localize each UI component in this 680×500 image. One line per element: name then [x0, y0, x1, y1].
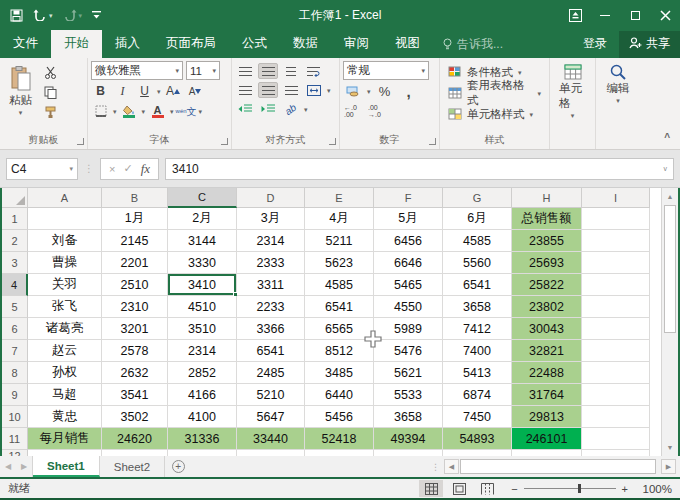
tell-me-box[interactable]: 告诉我... [433, 36, 513, 58]
merge-dropdown-icon[interactable]: ▾ [327, 87, 331, 94]
cell-G2[interactable]: 4585 [443, 230, 512, 252]
align-left-button[interactable] [235, 82, 255, 98]
sheet-tab-Sheet2[interactable]: Sheet2 [100, 456, 165, 477]
cell-H5[interactable]: 23802 [512, 296, 582, 318]
center-button[interactable] [258, 82, 278, 98]
font-color-dropdown-icon[interactable]: ▾ [170, 108, 174, 115]
ribbon-tab-开始[interactable]: 开始 [51, 30, 102, 58]
column-header-A[interactable]: A [28, 188, 102, 208]
accounting-dropdown-icon[interactable]: ▾ [367, 88, 371, 95]
vertical-scroll-thumb[interactable] [664, 205, 676, 333]
format-painter-button[interactable] [40, 103, 60, 121]
cell-A12[interactable] [28, 450, 102, 456]
cell-G1[interactable]: 6月 [443, 208, 512, 230]
cell-C10[interactable]: 4100 [168, 406, 237, 428]
cell-C6[interactable]: 3510 [168, 318, 237, 340]
new-sheet-button[interactable]: + [165, 456, 191, 477]
vertical-scrollbar[interactable]: ▲ ▼ [661, 188, 678, 456]
increase-decimal-button[interactable]: ←.0 .00 [343, 102, 363, 120]
comma-style-button[interactable]: , [399, 82, 419, 100]
font-size-combo[interactable]: 11▾ [186, 61, 220, 80]
cell-I5[interactable] [582, 296, 650, 318]
font-name-combo[interactable]: 微软雅黑▾ [91, 61, 183, 80]
cell-E2[interactable]: 5211 [305, 230, 374, 252]
sheet-tab-Sheet1[interactable]: Sheet1 [33, 456, 100, 477]
cell-D3[interactable]: 2333 [237, 252, 305, 274]
cell-I1[interactable] [582, 208, 650, 230]
cell-D4[interactable]: 3311 [237, 274, 305, 296]
maximize-button[interactable] [620, 0, 650, 30]
cell-B3[interactable]: 2201 [102, 252, 168, 274]
cell-C2[interactable]: 3144 [168, 230, 237, 252]
cell-B6[interactable]: 3201 [102, 318, 168, 340]
cell-F12[interactable] [374, 450, 443, 456]
cell-A11[interactable]: 每月销售 [28, 428, 102, 450]
cell-A8[interactable]: 孙权 [28, 362, 102, 384]
row-header-6[interactable]: 6 [2, 318, 28, 340]
scroll-up-icon[interactable]: ▲ [662, 188, 678, 205]
percent-style-button[interactable]: % [375, 82, 395, 100]
clipboard-dialog-launcher[interactable] [77, 138, 84, 145]
row-header-2[interactable]: 2 [2, 230, 28, 252]
cell-B8[interactable]: 2632 [102, 362, 168, 384]
zoom-slider[interactable] [524, 488, 616, 489]
cell-G4[interactable]: 6541 [443, 274, 512, 296]
cell-F2[interactable]: 6456 [374, 230, 443, 252]
merge-center-button[interactable] [304, 82, 324, 98]
paste-button[interactable]: 粘贴 ▾ [3, 61, 38, 121]
underline-button[interactable]: U [135, 82, 154, 100]
cell-I4[interactable] [582, 274, 650, 296]
cell-I9[interactable] [582, 384, 650, 406]
row-header-12[interactable]: 12 [2, 450, 28, 456]
next-sheet-icon[interactable]: ▶ [16, 456, 32, 477]
cell-G12[interactable] [443, 450, 512, 456]
cell-D11[interactable]: 33440 [237, 428, 305, 450]
row-header-5[interactable]: 5 [2, 296, 28, 318]
cell-B11[interactable]: 24620 [102, 428, 168, 450]
cell-I12[interactable] [582, 450, 650, 456]
cell-I7[interactable] [582, 340, 650, 362]
cell-F7[interactable]: 5476 [374, 340, 443, 362]
orientation-dropdown-icon[interactable]: ▾ [304, 106, 308, 113]
sign-in-button[interactable]: 登录 [571, 35, 619, 58]
cell-I8[interactable] [582, 362, 650, 384]
cell-C3[interactable]: 3330 [168, 252, 237, 274]
cell-I6[interactable] [582, 318, 650, 340]
redo-button[interactable]: ▾ [63, 9, 83, 21]
cell-E6[interactable]: 6565 [305, 318, 374, 340]
underline-dropdown-icon[interactable]: ▾ [157, 88, 161, 95]
cell-C9[interactable]: 4166 [168, 384, 237, 406]
cell-F4[interactable]: 5465 [374, 274, 443, 296]
cell-E4[interactable]: 4585 [305, 274, 374, 296]
cell-D5[interactable]: 2233 [237, 296, 305, 318]
cell-C8[interactable]: 2852 [168, 362, 237, 384]
cell-F9[interactable]: 5533 [374, 384, 443, 406]
ribbon-tab-视图[interactable]: 视图 [382, 30, 433, 58]
row-header-10[interactable]: 10 [2, 406, 28, 428]
orientation-button[interactable]: ab [281, 101, 301, 117]
page-break-view-button[interactable] [475, 480, 499, 497]
cell-E1[interactable]: 4月 [305, 208, 374, 230]
cell-I2[interactable] [582, 230, 650, 252]
style-button-3[interactable]: 单元格样式▾ [443, 104, 546, 124]
row-header-9[interactable]: 9 [2, 384, 28, 406]
cell-A4[interactable]: 关羽 [28, 274, 102, 296]
cell-D8[interactable]: 2485 [237, 362, 305, 384]
insert-function-button[interactable]: fx [141, 161, 150, 177]
style-button-2[interactable]: 套用表格格式▾ [443, 83, 546, 103]
ribbon-tab-审阅[interactable]: 审阅 [331, 30, 382, 58]
column-header-F[interactable]: F [374, 188, 443, 208]
cell-B1[interactable]: 1月 [102, 208, 168, 230]
accounting-format-button[interactable] [343, 82, 363, 100]
scroll-right-icon[interactable]: ▶ [661, 459, 676, 474]
bottom-align-button[interactable] [281, 63, 301, 79]
bold-button[interactable]: B [91, 82, 110, 100]
ribbon-tab-数据[interactable]: 数据 [280, 30, 331, 58]
number-format-combo[interactable]: 常规▾ [343, 61, 429, 80]
cell-G10[interactable]: 7450 [443, 406, 512, 428]
share-button[interactable]: 共享 [619, 31, 680, 58]
cell-H12[interactable] [512, 450, 582, 456]
cell-H10[interactable]: 29813 [512, 406, 582, 428]
row-header-8[interactable]: 8 [2, 362, 28, 384]
decrease-font-button[interactable]: A [186, 82, 205, 100]
